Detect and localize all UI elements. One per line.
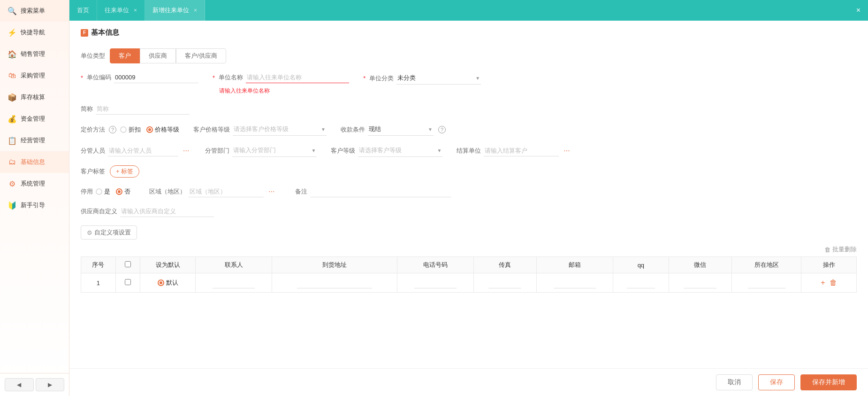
short-name-row: 简称	[81, 103, 857, 115]
table-row: 1 默认	[81, 273, 857, 293]
tab-bar-close-all[interactable]: ×	[849, 6, 868, 15]
custom-settings-label: 自定义项设置	[94, 228, 131, 237]
unit-name-input[interactable]	[246, 72, 349, 83]
tab-transactions-close[interactable]: ×	[134, 7, 137, 14]
unit-type-row: 单位类型 客户 供应商 客户/供应商	[81, 48, 857, 63]
tab-new-transaction[interactable]: 新增往来单位 ×	[145, 0, 205, 21]
payment-terms-help[interactable]: ?	[438, 126, 446, 133]
batch-delete-btn[interactable]: 🗑 批量删除	[824, 245, 857, 254]
manager-input[interactable]	[108, 145, 178, 156]
sidebar-collapse-btn[interactable]: ◀	[5, 378, 34, 391]
phone-input[interactable]	[414, 277, 457, 288]
add-row-btn[interactable]: +	[821, 279, 825, 287]
payment-terms-field: 收款条件 现结 ▼ ?	[341, 123, 446, 136]
default-radio[interactable]: 默认	[145, 279, 190, 287]
settlement-unit-input[interactable]	[484, 145, 559, 156]
cell-default: 默认	[140, 273, 196, 293]
add-tag-btn[interactable]: + 标签	[110, 165, 139, 178]
delete-row-btn[interactable]: 🗑	[830, 279, 837, 287]
payment-terms-label: 收款条件	[341, 125, 365, 134]
quicknav-icon: ⚡	[8, 28, 17, 37]
tab-transactions[interactable]: 往来单位 ×	[97, 0, 145, 21]
tab-new-transaction-close[interactable]: ×	[194, 7, 197, 14]
add-tag-label: + 标签	[116, 167, 133, 176]
sidebar-expand-btn[interactable]: ▶	[36, 378, 65, 391]
department-placeholder: 请输入分管部门	[233, 146, 276, 155]
wechat-input[interactable]	[684, 277, 716, 288]
unit-btn-customer[interactable]: 客户	[110, 48, 140, 63]
contact-input[interactable]	[213, 277, 255, 288]
pricing-method-label: 定价方法	[81, 125, 105, 134]
radio-discount[interactable]: 折扣	[120, 125, 141, 134]
unit-name-label: 单位名称	[219, 73, 243, 82]
region-input[interactable]	[189, 186, 264, 197]
region-more-btn[interactable]: ···	[266, 187, 276, 196]
customer-price-level-arrow: ▼	[321, 127, 326, 132]
payment-terms-select[interactable]: 现结 ▼	[368, 123, 434, 136]
radio-price-level[interactable]: 价格等级	[146, 125, 179, 134]
unit-type-label: 单位类型	[81, 52, 105, 60]
sidebar-item-search[interactable]: 🔍 搜索菜单	[0, 0, 69, 22]
sidebar-item-operations[interactable]: 📋 经营管理	[0, 130, 69, 151]
manager-label: 分管人员	[81, 147, 105, 155]
tab-home-label: 首页	[77, 6, 89, 15]
sidebar-item-inventory[interactable]: 📦 库存核算	[0, 86, 69, 108]
cancel-button[interactable]: 取消	[716, 374, 753, 390]
radio-price-level-circle	[146, 126, 153, 133]
address-input[interactable]	[297, 277, 372, 288]
disabled-field: 停用 是 否	[81, 187, 130, 196]
department-arrow: ▼	[311, 148, 316, 153]
tab-home[interactable]: 首页	[69, 0, 97, 21]
short-name-input[interactable]	[96, 103, 190, 115]
radio-no[interactable]: 否	[116, 187, 130, 196]
save-new-button[interactable]: 保存并新增	[800, 374, 857, 390]
sidebar-label-finance: 资金管理	[21, 115, 45, 123]
select-all-checkbox[interactable]	[125, 261, 131, 267]
save-button[interactable]: 保存	[758, 374, 795, 390]
unit-category-value: 未分类	[397, 74, 416, 82]
main-area: 首页 往来单位 × 新增往来单位 × × F 基本信息 单位类型 客户 供应商 …	[69, 0, 868, 396]
qq-input[interactable]	[627, 277, 655, 288]
unit-category-select[interactable]: 未分类 ▼	[396, 72, 481, 85]
unit-code-input[interactable]	[114, 72, 198, 83]
basic-icon: 🗂	[8, 157, 17, 167]
remark-input[interactable]	[310, 186, 451, 197]
sidebar-item-sales[interactable]: 🏠 销售管理	[0, 43, 69, 65]
manager-more-btn[interactable]: ···	[181, 147, 191, 155]
remark-field: 备注	[295, 186, 451, 197]
unit-btn-both[interactable]: 客户/供应商	[176, 48, 226, 63]
sidebar-item-guide[interactable]: 🔰 新手引导	[0, 194, 69, 216]
radio-no-label: 否	[124, 187, 130, 196]
sidebar: 🔍 搜索菜单 ⚡ 快捷导航 🏠 销售管理 🛍 采购管理 📦 库存核算 💰 资金管…	[0, 0, 69, 396]
sidebar-item-quicknav[interactable]: ⚡ 快捷导航	[0, 22, 69, 43]
pricing-method-help[interactable]: ?	[109, 126, 116, 133]
table-region-input[interactable]	[748, 277, 785, 288]
sidebar-item-finance[interactable]: 💰 资金管理	[0, 108, 69, 130]
col-header-checkbox	[115, 257, 140, 273]
settlement-unit-more-btn[interactable]: ···	[562, 147, 571, 155]
supplier-custom-field: 供应商自定义	[81, 206, 214, 217]
sidebar-label-search: 搜索菜单	[21, 7, 45, 15]
short-name-label: 简称	[81, 105, 93, 113]
pricing-row: 定价方法 ? 折扣 价格等级 客户价格等级	[81, 123, 857, 136]
guide-icon: 🔰	[8, 201, 17, 210]
supplier-custom-input[interactable]	[120, 206, 214, 217]
unit-btn-supplier[interactable]: 供应商	[140, 48, 176, 63]
row-checkbox[interactable]	[125, 279, 131, 285]
department-select[interactable]: 请输入分管部门 ▼	[232, 144, 317, 157]
payment-terms-arrow: ▼	[428, 127, 433, 132]
inventory-icon: 📦	[8, 93, 17, 102]
fax-input[interactable]	[488, 277, 521, 288]
custom-settings-btn[interactable]: ⚙ 自定义项设置	[81, 225, 137, 240]
customer-price-level-select[interactable]: 请选择客户价格等级 ▼	[233, 123, 327, 136]
sidebar-item-basic[interactable]: 🗂 基础信息	[0, 151, 69, 173]
email-input[interactable]	[554, 277, 596, 288]
sidebar-item-purchase[interactable]: 🛍 采购管理	[0, 65, 69, 86]
customer-price-level-label: 客户价格等级	[193, 125, 230, 134]
system-icon: ⚙	[8, 179, 17, 188]
sidebar-label-purchase: 采购管理	[21, 71, 45, 80]
sidebar-item-system[interactable]: ⚙ 系统管理	[0, 173, 69, 194]
tags-row: 客户标签 + 标签	[81, 165, 857, 178]
radio-yes[interactable]: 是	[96, 187, 110, 196]
customer-level-select[interactable]: 请选择客户等级 ▼	[358, 144, 442, 157]
